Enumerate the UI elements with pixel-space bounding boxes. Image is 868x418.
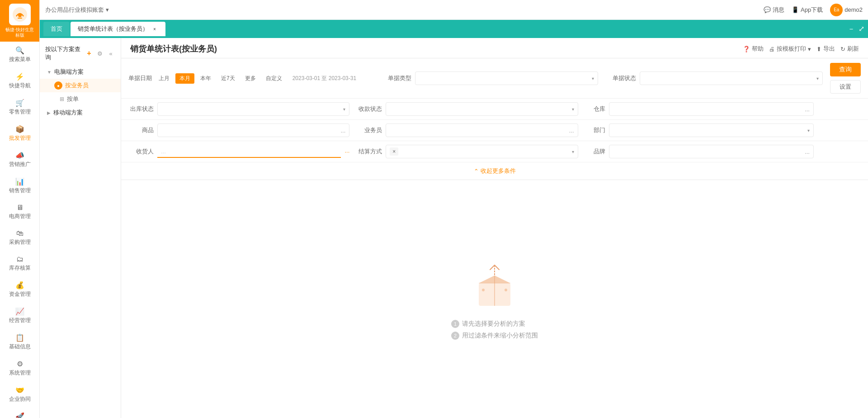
query-button[interactable]: 查询 <box>830 63 861 76</box>
payment-status-select[interactable]: ▾ <box>386 102 578 116</box>
doc-type-group: 单据类型 ▾ <box>381 71 605 85</box>
svg-point-7 <box>482 289 485 291</box>
print-label: 按模板打印 <box>777 45 806 53</box>
brand-dots: ... <box>805 148 810 155</box>
refresh-label: 刷新 <box>847 45 859 53</box>
logo-icon <box>9 4 31 25</box>
panel-collapse-button[interactable]: « <box>106 49 115 58</box>
sidebar-item-wholesale[interactable]: 📦 批发管理 <box>0 120 39 147</box>
payment-method-tag-close[interactable]: × <box>392 148 396 155</box>
settings-button[interactable]: 设置 <box>830 80 861 94</box>
warehouse-select[interactable]: ... <box>609 102 814 116</box>
left-panel: 按以下方案查询 + ⚙ « ▼ 电脑端方案 ● 按业务员 ⊞ 按单 ▶ <box>40 38 121 418</box>
department-select[interactable]: ▾ <box>609 124 814 137</box>
tree-group-desktop[interactable]: ▼ 电脑端方案 <box>40 65 121 79</box>
help-button[interactable]: ❓ 帮助 <box>743 45 764 53</box>
sidebar: 畅捷·快好生意 标版 🔍 搜索菜单 ⚡ 快捷导航 🛒 零售管理 📦 批发管理 📣… <box>0 0 40 418</box>
doc-status-group: 单据状态 ▾ <box>605 71 830 85</box>
date-custom[interactable]: 自定义 <box>262 73 286 84</box>
goods-select[interactable]: ... <box>157 124 349 137</box>
out-status-select[interactable]: ▾ <box>157 102 349 116</box>
out-status-arrow-icon: ▾ <box>343 107 345 112</box>
hint-number-2: 2 <box>451 332 459 340</box>
sidebar-item-purchase[interactable]: 🛍 采购管理 <box>0 225 39 251</box>
page-header: 销货单统计表(按业务员) ❓ 帮助 🖨 按模板打印 ▾ ⬆ 导出 <box>121 38 868 58</box>
sidebar-item-retail[interactable]: 🛒 零售管理 <box>0 94 39 120</box>
brand-select[interactable]: ... <box>609 145 814 158</box>
date-filter-group: 单据日期 上月 本月 本年 近7天 更多 自定义 2023-03-01 至 20… <box>128 73 381 84</box>
sidebar-item-basic[interactable]: 📋 基础信息 <box>0 329 39 355</box>
sidebar-item-guide[interactable]: 🚀 新手引导 <box>0 408 39 418</box>
date-this-year[interactable]: 本年 <box>196 73 215 84</box>
tab-close-icon[interactable]: × <box>151 25 158 33</box>
message-button[interactable]: 💬 消息 <box>764 6 784 14</box>
brand-label: 品牌 <box>593 147 605 156</box>
help-label: 帮助 <box>752 45 764 53</box>
tree-group-mobile[interactable]: ▶ 移动端方案 <box>40 106 121 119</box>
tab-home-label: 首页 <box>51 25 62 33</box>
consignee-more-icon[interactable]: ··· <box>344 148 349 155</box>
dropdown-arrow-icon: ▾ <box>106 6 109 13</box>
by-order-icon: ⊞ <box>60 96 64 102</box>
salesperson-select[interactable]: ... <box>386 124 578 137</box>
tab-minimize-icon[interactable]: － <box>848 24 855 34</box>
doc-type-select[interactable]: ▾ <box>415 71 598 85</box>
add-scheme-button[interactable]: + <box>85 49 94 58</box>
query-btn-group: 查询 设置 <box>830 63 861 94</box>
export-button[interactable]: ⬆ 导出 <box>816 45 835 53</box>
doc-type-label: 单据类型 <box>388 74 411 82</box>
date-more[interactable]: 更多 <box>241 73 260 84</box>
sidebar-item-search[interactable]: 🔍 搜索菜单 <box>0 42 39 68</box>
tree-item-by-order[interactable]: ⊞ 按单 <box>40 92 121 106</box>
collapse-button[interactable]: ⌃ 收起更多条件 <box>474 165 516 177</box>
goods-group: 商品 ... <box>128 124 349 137</box>
sidebar-item-ecommerce[interactable]: 🖥 电商管理 <box>0 199 39 225</box>
collapse-row: ⌃ 收起更多条件 <box>121 162 868 180</box>
hint-text-1: 请先选择要分析的方案 <box>462 320 525 328</box>
sidebar-item-finance[interactable]: 💰 资金管理 <box>0 276 39 303</box>
sidebar-item-operations[interactable]: 📈 经营管理 <box>0 303 39 329</box>
tab-home[interactable]: 首页 <box>43 22 70 36</box>
avatar-text: Ea <box>834 7 839 12</box>
consignee-group: 收货人 ··· <box>128 146 349 158</box>
sidebar-item-marketing[interactable]: 📣 营销推广 <box>0 147 39 173</box>
sidebar-item-sales[interactable]: 📊 销售管理 <box>0 173 39 199</box>
main-area: 办公用品行业模拟账套 ▾ 💬 消息 📱 App下载 Ea demo2 首页 <box>40 0 868 418</box>
app-title-dropdown[interactable]: 办公用品行业模拟账套 ▾ <box>45 6 109 14</box>
tab-sales-stat[interactable]: 销货单统计表（按业务员） × <box>71 22 165 36</box>
tabbar-right: － ⤢ <box>848 24 864 34</box>
page-actions: ❓ 帮助 🖨 按模板打印 ▾ ⬆ 导出 ↻ 刷新 <box>743 45 859 53</box>
svg-point-1 <box>18 14 22 17</box>
sidebar-item-quicknav[interactable]: ⚡ 快捷导航 <box>0 68 39 94</box>
svg-point-8 <box>505 289 507 291</box>
date-last-7[interactable]: 近7天 <box>217 73 239 84</box>
scheme-settings-button[interactable]: ⚙ <box>95 49 104 58</box>
app-download-button[interactable]: 📱 App下载 <box>792 6 823 14</box>
sidebar-item-enterprise[interactable]: 🤝 企业协同 <box>0 381 39 408</box>
sidebar-item-inventory[interactable]: 🗂 库存核算 <box>0 251 39 276</box>
filter-row-4: 收货人 ··· 结算方式 × ▾ 品牌 <box>121 141 868 162</box>
refresh-button[interactable]: ↻ 刷新 <box>840 45 859 53</box>
payment-method-label: 结算方式 <box>357 147 382 156</box>
panel-header-icons: + ⚙ « <box>85 49 115 58</box>
print-button[interactable]: 🖨 按模板打印 ▾ <box>769 45 811 53</box>
topbar-left: 办公用品行业模拟账套 ▾ <box>45 6 109 14</box>
logo-area[interactable]: 畅捷·快好生意 标版 <box>0 0 39 42</box>
sidebar-item-system[interactable]: ⚙ 系统管理 <box>0 355 39 381</box>
date-this-month[interactable]: 本月 <box>175 73 194 84</box>
tab-maximize-icon[interactable]: ⤢ <box>859 24 864 34</box>
refresh-icon: ↻ <box>840 46 845 52</box>
department-label: 部门 <box>593 126 605 134</box>
tree-item-by-salesperson[interactable]: ● 按业务员 <box>40 79 121 92</box>
date-last-month[interactable]: 上月 <box>155 73 174 84</box>
topbar-right: 💬 消息 📱 App下载 Ea demo2 <box>764 4 863 16</box>
panel-header: 按以下方案查询 + ⚙ « <box>40 42 121 65</box>
department-group: 部门 ▾ <box>585 124 821 137</box>
app-download-label: App下载 <box>801 6 823 14</box>
user-menu[interactable]: Ea demo2 <box>830 4 863 16</box>
consignee-input[interactable] <box>157 146 341 158</box>
hint-text-2: 用过滤条件来缩小分析范围 <box>462 332 538 340</box>
doc-status-select[interactable]: ▾ <box>640 71 823 85</box>
payment-method-select[interactable]: × ▾ <box>386 145 578 158</box>
filter-row-3: 商品 ... 业务员 ... 部门 <box>121 120 868 141</box>
